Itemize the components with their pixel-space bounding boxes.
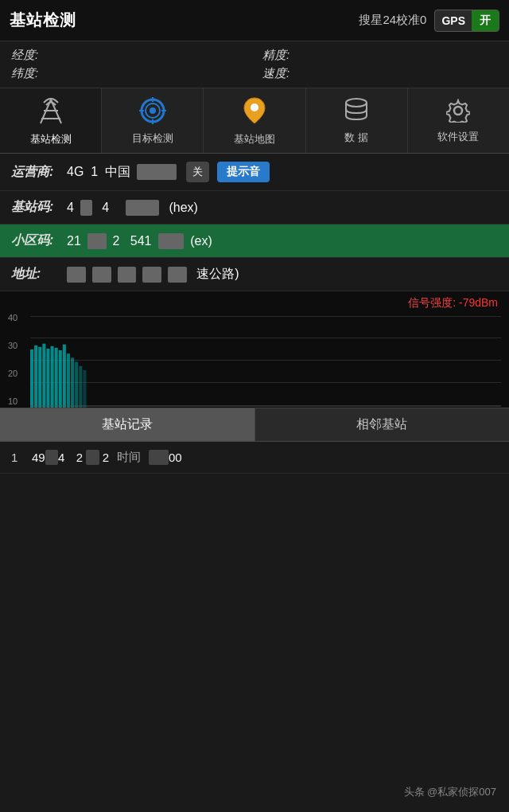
svg-rect-27 xyxy=(79,366,82,408)
y-label-20: 20 xyxy=(8,369,17,378)
footer-watermark: 头条 @私家侦探007 xyxy=(404,785,497,799)
nav-tabs: 基站检测 目标检测 基站地图 xyxy=(0,88,509,154)
header: 基站检测 搜星24校准0 GPS 开 xyxy=(0,0,509,41)
record-row: 1 49 4 2 2 时间 00 xyxy=(0,442,509,474)
svg-rect-15 xyxy=(30,349,33,408)
signal-label: 信号强度: xyxy=(408,296,459,309)
satellite-info: 搜星24校准0 xyxy=(359,13,426,28)
svg-point-12 xyxy=(251,103,258,111)
tower-icon xyxy=(36,96,66,129)
svg-rect-16 xyxy=(34,345,37,408)
svg-rect-23 xyxy=(63,345,66,408)
record-time-label: 时间 xyxy=(117,450,141,465)
tab-records[interactable]: 基站记录 xyxy=(0,408,255,441)
signal-chart: 40 30 20 10 xyxy=(8,312,501,408)
chart-bars xyxy=(30,312,501,408)
tab-neighbors[interactable]: 相邻基站 xyxy=(255,408,510,441)
y-label-40: 40 xyxy=(8,314,17,322)
record-time-val: 00 xyxy=(146,450,182,465)
chart-section: 信号强度: -79dBm 40 30 20 10 xyxy=(0,291,509,408)
chart-y-labels: 40 30 20 10 xyxy=(8,312,17,408)
address-label: 地址: xyxy=(11,266,67,283)
tab-base-station-label: 基站检测 xyxy=(30,132,72,146)
svg-point-14 xyxy=(454,107,462,115)
map-icon xyxy=(241,96,268,129)
svg-rect-21 xyxy=(55,348,58,408)
operator-row: 运营商: 4G 1 中国 关 提示音 xyxy=(0,154,509,191)
operator-value: 4G 1 中国 关 提示音 xyxy=(67,162,498,182)
svg-rect-22 xyxy=(59,350,62,408)
tab-station-map-label: 基站地图 xyxy=(234,132,275,146)
svg-rect-28 xyxy=(83,370,86,408)
record-val1: 49 4 xyxy=(32,450,64,465)
gps-info-section: 经度: 精度: 纬度: 速度: xyxy=(0,41,509,88)
area-code-row: 小区码: 21 2 541 (ex) xyxy=(0,224,509,258)
address-value: 速公路) xyxy=(67,266,498,283)
tab-settings[interactable]: 软件设置 xyxy=(408,88,509,153)
address-row: 地址: 速公路) xyxy=(0,258,509,291)
tab-data[interactable]: 数 据 xyxy=(306,88,408,153)
gps-button[interactable]: GPS 开 xyxy=(434,10,499,32)
base-code-row: 基站码: 4 4 (hex) xyxy=(0,191,509,224)
base-code-label: 基站码: xyxy=(11,199,67,216)
database-icon xyxy=(344,98,368,127)
svg-rect-18 xyxy=(42,344,45,408)
svg-rect-25 xyxy=(71,357,74,408)
svg-rect-17 xyxy=(38,347,41,408)
svg-rect-19 xyxy=(46,349,49,408)
svg-rect-26 xyxy=(75,362,78,408)
tab-settings-label: 软件设置 xyxy=(437,130,479,144)
tab-target-detect-label: 目标检测 xyxy=(132,131,173,146)
gps-label: GPS xyxy=(435,11,472,30)
latitude-label: 纬度: xyxy=(11,66,247,81)
y-label-10: 10 xyxy=(8,397,17,406)
info-section: 运营商: 4G 1 中国 关 提示音 基站码: 4 4 (hex) 小区码: 2… xyxy=(0,154,509,291)
record-number: 1 xyxy=(11,451,27,464)
gear-icon xyxy=(446,99,470,127)
operator-label: 运营商: xyxy=(11,164,67,181)
area-code-label: 小区码: xyxy=(11,232,67,249)
svg-rect-20 xyxy=(51,346,54,408)
tab-station-map[interactable]: 基站地图 xyxy=(204,88,305,153)
tab-data-label: 数 据 xyxy=(344,131,368,145)
record-val2: 2 2 xyxy=(69,450,109,465)
svg-point-13 xyxy=(346,99,367,107)
mute-button[interactable]: 关 xyxy=(186,162,209,182)
sound-button[interactable]: 提示音 xyxy=(217,162,270,182)
app-title: 基站检测 xyxy=(10,10,76,31)
target-icon xyxy=(139,97,166,128)
signal-strength-header: 信号强度: -79dBm xyxy=(0,295,509,312)
accuracy-label: 精度: xyxy=(262,48,498,63)
y-label-30: 30 xyxy=(8,342,17,350)
svg-point-7 xyxy=(150,107,156,114)
bottom-tabs: 基站记录 相邻基站 xyxy=(0,408,509,442)
area-code-value: 21 2 541 (ex) xyxy=(67,233,498,249)
gps-status: 开 xyxy=(472,10,499,31)
base-code-value: 4 4 (hex) xyxy=(67,200,498,216)
tab-base-station[interactable]: 基站检测 xyxy=(0,88,102,153)
svg-rect-24 xyxy=(67,353,70,408)
records-section: 1 49 4 2 2 时间 00 xyxy=(0,442,509,474)
signal-value: -79dBm xyxy=(459,296,498,309)
longitude-label: 经度: xyxy=(11,48,247,63)
tab-target-detect[interactable]: 目标检测 xyxy=(102,88,204,153)
speed-label: 速度: xyxy=(262,66,498,81)
header-right: 搜星24校准0 GPS 开 xyxy=(359,10,499,32)
